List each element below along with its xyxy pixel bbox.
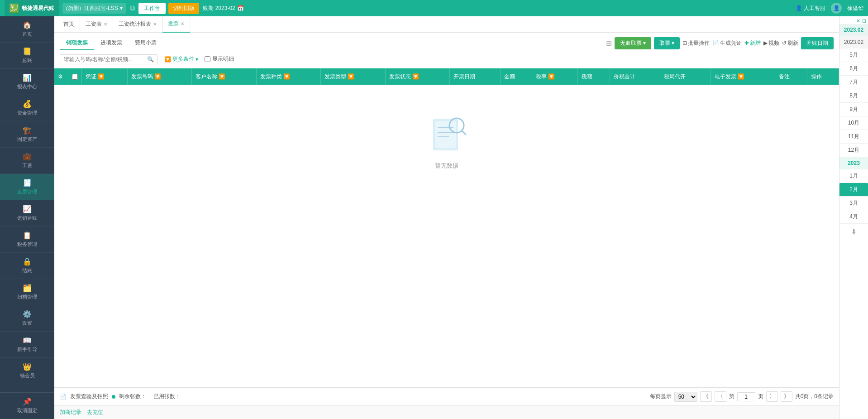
tab-home-label: 首页: [63, 20, 74, 28]
col-invoice-category-filter[interactable]: 🔽: [348, 73, 354, 80]
date-panel-month-2022-10[interactable]: 10月: [839, 116, 868, 130]
sidebar-item-funds[interactable]: 💰 资金管理: [0, 95, 54, 121]
table-footer: 📄 发票查验及拍照 剩余张数： 已用张数： 每页显示 50 20 100 《: [54, 387, 839, 405]
support-icon: 👤: [796, 5, 802, 11]
sidebar-item-home[interactable]: 🏠 首页: [0, 16, 54, 43]
sidebar-item-settings[interactable]: ⚙️ 设置: [0, 305, 54, 332]
batch-ops-button[interactable]: ⊡ 批量操作: [682, 39, 710, 47]
date-panel-close-button[interactable]: ✕: [856, 18, 860, 24]
bottom-link-2-text[interactable]: 去充值: [87, 409, 103, 415]
date-panel-month-2022-7[interactable]: 7月: [839, 76, 868, 89]
switch-button[interactable]: 切到旧版: [168, 3, 199, 14]
sidebar-item-guide[interactable]: 📖 新手引导: [0, 332, 54, 358]
sidebar-item-unpin[interactable]: 📌 取消固定: [0, 393, 54, 419]
sub-tab-purchase[interactable]: 进项发票: [94, 36, 129, 50]
show-detail-check[interactable]: [205, 56, 210, 62]
grid-view-icon[interactable]: ⊞: [606, 39, 612, 48]
col-invoice-type-filter[interactable]: 🔽: [283, 73, 290, 80]
bottom-link-1[interactable]: 加商记录: [60, 409, 81, 416]
col-remarks: 备注: [775, 68, 807, 85]
tab-invoice[interactable]: 发票 ✕: [162, 16, 190, 33]
no-cancel-button[interactable]: 无血取票: [615, 37, 651, 49]
col-settings[interactable]: ⚙: [54, 68, 68, 85]
more-conditions-button[interactable]: 🔽 更多条件: [161, 54, 202, 64]
sidebar-item-sales[interactable]: 📈 进销台账: [0, 200, 54, 226]
sidebar-item-ledger[interactable]: 📒 总账: [0, 43, 54, 69]
tab-salary-stats[interactable]: 工资统计报表 ✕: [113, 16, 162, 33]
tab-invoice-close[interactable]: ✕: [181, 21, 184, 26]
page-input[interactable]: [737, 392, 755, 401]
date-panel-current-period-2[interactable]: 2023.02: [839, 36, 868, 48]
content-area: 首页 工资表 ✕ 工资统计报表 ✕ 发票 ✕ 销项发票: [54, 16, 839, 419]
tab-salary-table-close[interactable]: ✕: [104, 22, 107, 27]
sidebar-item-label-invoices: 发票管理: [17, 188, 37, 195]
date-panel-month-2022-6[interactable]: 6月: [839, 62, 868, 76]
date-panel-month-2023-2[interactable]: 2月: [839, 183, 868, 197]
date-panel-month-2023-4[interactable]: 4月: [839, 210, 868, 224]
footer-verify: 📄 发票查验及拍照 剩余张数： 已用张数：: [60, 393, 184, 400]
first-page-button[interactable]: 《: [700, 391, 712, 402]
generate-voucher-button[interactable]: 📄 生成凭证: [712, 39, 742, 47]
batch-icon: ⊡: [682, 40, 687, 46]
video-icon: ▶: [763, 40, 768, 46]
col-tax-rate-filter[interactable]: 🔽: [548, 73, 555, 80]
sidebar-item-salary[interactable]: 💼 工资: [0, 148, 54, 174]
open-period-button[interactable]: 开账日期: [801, 37, 834, 49]
user-name[interactable]: 徐溢华: [847, 5, 863, 12]
company-selector[interactable]: (勿删）江西服宝-LSS: [62, 3, 126, 14]
sub-tab-expense[interactable]: 费用小票: [129, 36, 163, 50]
search-input[interactable]: [64, 56, 145, 63]
date-panel-month-2022-12[interactable]: 12月: [839, 144, 868, 157]
sidebar-item-member[interactable]: 👑 畅会员: [0, 358, 54, 384]
empty-state: 暂无数据: [54, 85, 839, 197]
col-invoice-status-filter[interactable]: 🔽: [412, 73, 419, 80]
date-panel-month-2023-3[interactable]: 3月: [839, 197, 868, 210]
date-panel-scroll-down[interactable]: ⬇: [839, 224, 868, 240]
tab-salary-stats-close[interactable]: ✕: [153, 22, 157, 27]
refresh-button[interactable]: ↺ 刷新: [782, 39, 798, 47]
home-icon: 🏠: [23, 21, 32, 29]
sidebar-item-archive[interactable]: 🗂️ 归档管理: [0, 279, 54, 305]
date-panel-month-2022-8[interactable]: 8月: [839, 89, 868, 103]
new-button[interactable]: ✚ 新增: [744, 39, 761, 47]
prev-page-button[interactable]: 〈: [715, 391, 726, 402]
date-panel-month-2022-11[interactable]: 11月: [839, 130, 868, 144]
tab-salary-table[interactable]: 工资表 ✕: [80, 16, 113, 33]
sidebar-item-reports[interactable]: 📊 报表中心: [0, 69, 54, 95]
workbench-button[interactable]: 工作台: [138, 3, 166, 14]
pin-icon: 📌: [23, 397, 32, 406]
bottom-link-2[interactable]: 去充值: [87, 409, 103, 416]
col-electronic-label: 电子发票: [715, 73, 736, 81]
support-link[interactable]: 👤 人工客服: [796, 5, 825, 12]
col-customer-filter[interactable]: 🔽: [219, 73, 225, 80]
col-electronic-filter[interactable]: 🔽: [738, 73, 744, 80]
sidebar-item-closing[interactable]: 🔒 结账: [0, 253, 54, 279]
col-invoice-no-filter[interactable]: 🔽: [154, 73, 161, 80]
tab-home[interactable]: 首页: [58, 16, 80, 33]
sidebar-item-invoices[interactable]: 🧾 发票管理: [0, 174, 54, 200]
date-panel-expand-button[interactable]: ⊡: [862, 18, 866, 24]
sidebar-item-tax[interactable]: 📋 税务管理: [0, 226, 54, 253]
take-ticket-button[interactable]: 取票: [654, 37, 680, 49]
sidebar-item-label-reports: 报表中心: [17, 83, 37, 90]
col-voucher-filter[interactable]: 🔽: [98, 73, 105, 80]
bottom-link-1-text[interactable]: 加商记录: [60, 409, 81, 415]
col-checkbox[interactable]: [68, 68, 81, 85]
date-panel-month-2022-5[interactable]: 5月: [839, 48, 868, 62]
date-panel-month-2023-1[interactable]: 1月: [839, 169, 868, 183]
last-page-button[interactable]: 》: [781, 391, 792, 402]
show-detail-checkbox[interactable]: 显示明细: [205, 55, 234, 63]
next-page-button[interactable]: 〉: [766, 391, 778, 402]
per-page-select[interactable]: 50 20 100: [674, 392, 697, 402]
col-invoice-status: 发票状态 🔽: [385, 68, 449, 85]
sidebar-item-fixed[interactable]: 🏗️ 固定资产: [0, 121, 54, 148]
date-panel: ✕ ⊡ 2023.02 2023.02 5月 6月 7月 8月 9月 10月 1…: [839, 16, 868, 419]
search-icon: 🔍: [147, 56, 154, 63]
sub-tab-sales[interactable]: 销项发票: [60, 36, 94, 50]
search-box[interactable]: 🔍: [60, 54, 158, 64]
select-all-checkbox[interactable]: [72, 74, 78, 80]
video-button[interactable]: ▶ 视频: [763, 39, 779, 47]
take-ticket-chevron: [672, 40, 674, 46]
date-panel-month-2022-9[interactable]: 9月: [839, 103, 868, 116]
date-panel-current-period-1[interactable]: 2023.02: [839, 24, 868, 36]
